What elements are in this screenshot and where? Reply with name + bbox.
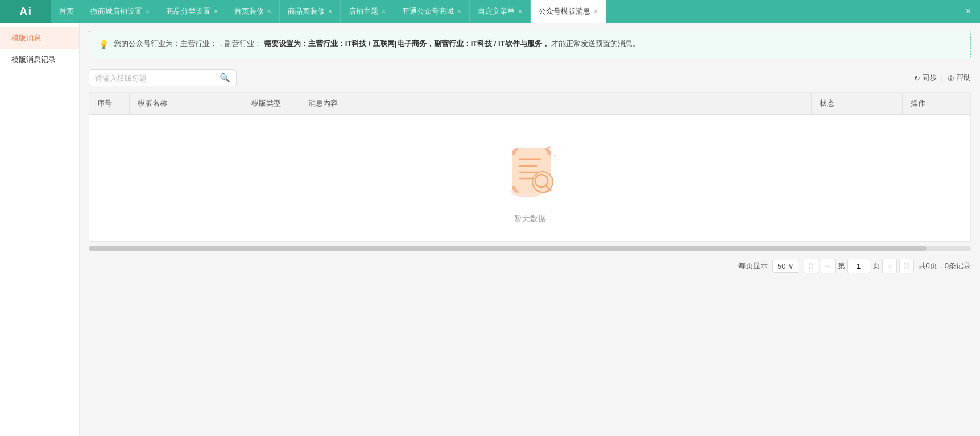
th-seq: 序号	[89, 93, 129, 114]
tab-open-mall[interactable]: 开通公众号商城×	[394, 0, 470, 23]
data-table: 序号 模版名称 模版类型 消息内容 状态 操作	[89, 92, 971, 242]
chevron-down-icon: ∨	[788, 262, 794, 271]
total-label: 共0页，0条记录	[919, 261, 971, 271]
right-actions: ↻ 同步 | ② 帮助	[914, 73, 971, 83]
tab-label: 开通公众号商城	[402, 6, 454, 16]
table-header: 序号 模版名称 模版类型 消息内容 状态 操作	[89, 93, 970, 115]
scrollbar-thumb[interactable]	[89, 246, 927, 251]
notice-text: 您的公众号行业为：主营行业：，副营行业： 需要设置为：主营行业：IT科技 / 互…	[114, 38, 640, 50]
search-bar: 🔍 ↻ 同步 | ② 帮助	[89, 69, 971, 86]
pagination: 每页显示 50 ∨ ⟨⟨ ＜ 第 页 ＞ ⟩⟩ 共0页，0条记录	[80, 253, 980, 279]
notice-prefix: 您的公众号行业为：主营行业：，副营行业：	[114, 39, 262, 48]
tab-label: 自定义菜单	[478, 6, 515, 16]
page-size-select[interactable]: 50 ∨	[772, 260, 799, 273]
last-page-button[interactable]: ⟩⟩	[899, 259, 914, 273]
empty-text: 暂无数据	[514, 214, 546, 224]
tab-label: 公众号模版消息	[539, 6, 590, 16]
tab-template-msg[interactable]: 公众号模版消息×	[531, 0, 606, 23]
notice-bar: 💡 您的公众号行业为：主营行业：，副营行业： 需要设置为：主营行业：IT科技 /…	[89, 31, 971, 59]
action-divider: |	[941, 74, 943, 82]
search-icon[interactable]: 🔍	[220, 73, 230, 83]
page-label-post: 页	[873, 261, 880, 271]
sync-label: 同步	[922, 73, 937, 83]
help-button[interactable]: ② 帮助	[948, 73, 971, 83]
tab-shop-theme[interactable]: 店铺主题×	[341, 0, 394, 23]
tab-close-icon[interactable]: ×	[146, 7, 150, 15]
prev-page-button[interactable]: ＜	[821, 259, 836, 273]
tab-product-decor[interactable]: 商品页装修×	[280, 0, 341, 23]
sidebar-item-template-record[interactable]: 模版消息记录	[0, 49, 79, 70]
tab-close-icon[interactable]: ×	[518, 7, 522, 15]
tab-label: 微商城店铺设置	[90, 6, 142, 16]
empty-icon: ✦ ✦	[496, 138, 564, 206]
sidebar: 模版消息模版消息记录	[0, 23, 80, 436]
tab-label: 店铺主题	[349, 6, 378, 16]
svg-text:✦: ✦	[546, 144, 552, 152]
help-label: 帮助	[956, 73, 971, 83]
app-logo: Ai	[0, 0, 51, 23]
page-buttons: ⟨⟨ ＜ 第 页 ＞ ⟩⟩	[804, 259, 914, 273]
tab-bar: 首页微商城店铺设置×商品分类设置×首页装修×商品页装修×店铺主题×开通公众号商城…	[51, 0, 957, 23]
tab-home-decor[interactable]: 首页装修×	[226, 0, 280, 23]
tab-close-icon[interactable]: ×	[267, 7, 271, 15]
first-page-button[interactable]: ⟨⟨	[804, 259, 818, 273]
bulb-icon: 💡	[98, 38, 109, 52]
content-area: 💡 您的公众号行业为：主营行业：，副营行业： 需要设置为：主营行业：IT科技 /…	[80, 23, 980, 436]
notice-suffix: 才能正常发送预置的消息。	[551, 39, 640, 48]
top-nav: Ai 首页微商城店铺设置×商品分类设置×首页装修×商品页装修×店铺主题×开通公众…	[0, 0, 980, 23]
next-page-button[interactable]: ＞	[882, 259, 897, 273]
tab-close-icon[interactable]: ×	[382, 7, 386, 15]
main-layout: 模版消息模版消息记录 💡 您的公众号行业为：主营行业：，副营行业： 需要设置为：…	[0, 23, 980, 436]
page-size-value: 50	[778, 262, 785, 271]
sidebar-item-template-msg[interactable]: 模版消息	[0, 27, 79, 49]
empty-state: ✦ ✦ 暂无数据	[89, 115, 970, 241]
sync-button[interactable]: ↻ 同步	[914, 73, 937, 83]
th-type: 模版类型	[243, 93, 300, 114]
tab-label: 商品页装修	[288, 6, 325, 16]
tab-close-icon[interactable]: ×	[594, 7, 598, 15]
tab-custom-menu[interactable]: 自定义菜单×	[470, 0, 531, 23]
sync-icon: ↻	[914, 74, 920, 82]
svg-text:✦: ✦	[553, 153, 557, 159]
tab-home[interactable]: 首页	[51, 0, 82, 23]
notice-highlight: 需要设置为：主营行业：IT科技 / 互联网|电子商务，副营行业：IT科技 / I…	[264, 39, 549, 48]
global-close-button[interactable]: ×	[957, 6, 980, 16]
page-label-pre: 第	[838, 261, 845, 271]
tab-label: 首页装修	[234, 6, 264, 16]
search-input[interactable]	[95, 74, 217, 82]
th-name: 模版名称	[129, 93, 243, 114]
tab-close-icon[interactable]: ×	[328, 7, 332, 15]
tab-close-icon[interactable]: ×	[457, 7, 461, 15]
th-status: 状态	[811, 93, 902, 114]
tab-product-category[interactable]: 商品分类设置×	[158, 0, 226, 23]
help-icon: ②	[948, 74, 954, 82]
th-content: 消息内容	[300, 93, 811, 114]
th-action: 操作	[902, 93, 970, 114]
page-size-label: 每页显示	[738, 261, 768, 271]
tab-label: 首页	[59, 6, 74, 16]
horizontal-scrollbar[interactable]	[89, 246, 971, 251]
search-input-wrap[interactable]: 🔍	[89, 69, 237, 86]
tab-label: 商品分类设置	[166, 6, 210, 16]
tab-close-icon[interactable]: ×	[214, 7, 218, 15]
current-page-input[interactable]	[847, 259, 870, 273]
tab-weshop-settings[interactable]: 微商城店铺设置×	[82, 0, 158, 23]
